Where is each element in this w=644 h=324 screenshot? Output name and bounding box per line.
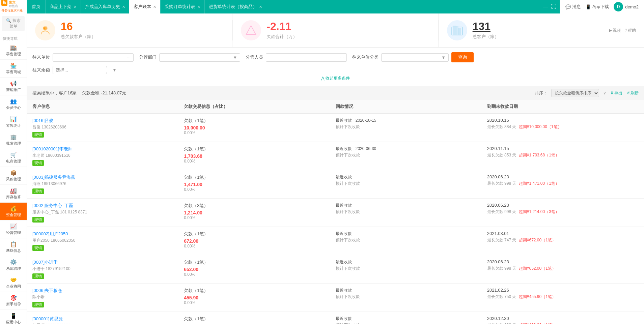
sidebar-search-area[interactable]: 🔍 搜索菜单: [0, 13, 27, 34]
customer-name-7[interactable]: [000001]黄思源: [32, 316, 184, 322]
collapse-btn[interactable]: ⋀ 收起更多条件: [32, 74, 639, 83]
stat-card-total-debt: ! -2.11 欠款合计（万）: [233, 13, 438, 47]
sidebar-item-marketing[interactable]: 📢 营销推广: [0, 78, 27, 95]
sidebar-item-basic[interactable]: 📋 基础信息: [0, 238, 27, 256]
ecommerce-icon: 🛒: [10, 152, 17, 158]
sidebar-item-ecommerce[interactable]: 🛒 电商管理: [0, 149, 27, 167]
debt-amount-2[interactable]: 1,471.00: [184, 182, 335, 187]
overdue-link-6[interactable]: 超期¥455.90（1笔）: [519, 294, 556, 299]
sidebar-search-btn[interactable]: 🔍 搜索菜单: [2, 16, 25, 31]
customer-info-1: [0001020001]李老师 李老师 18600391516 现销: [32, 146, 184, 166]
recovery-date-7: 最近收款: [336, 316, 487, 322]
sidebar-item-purchase[interactable]: 📦 采购管理: [0, 167, 27, 185]
next-payment-7: 预计下次收款: [336, 322, 487, 324]
debt-amount-6[interactable]: 455.90: [184, 295, 335, 300]
search-icon: 🔍: [6, 18, 11, 23]
debt-amount-1[interactable]: 1,703.68: [184, 153, 335, 159]
message-btn[interactable]: 💬 消息: [565, 4, 581, 10]
tab-expand-btn[interactable]: ⛶: [551, 4, 556, 10]
from-unit-input[interactable]: [56, 55, 127, 60]
overdue-link-5[interactable]: 超期¥652.00（1笔）: [519, 266, 556, 271]
sidebar-item-retail-stats[interactable]: 📊 零售统计: [0, 113, 27, 131]
customer-name-0[interactable]: [0016]吕俊: [32, 118, 184, 124]
debt-info-2: 欠款（1笔） 1,471.00 0.00%: [184, 174, 335, 192]
tab-history[interactable]: 产成品入库单历史 ✕: [81, 0, 129, 13]
next-payment-5: 预计下次收款: [336, 266, 487, 271]
unit-class-input-wrap[interactable]: ▼: [381, 53, 449, 62]
customer-info-3: [0002]服务中心_丁磊 服务中心_丁磊 181 0125 8371 现销: [32, 203, 184, 223]
overdue-link-1[interactable]: 超期¥1,703.68（1笔）: [519, 153, 559, 157]
sort-label: 排序：: [535, 90, 547, 96]
customer-name-6[interactable]: [0006]去下粮仓: [32, 288, 184, 294]
overdue-link-2[interactable]: 超期¥1,471.00（1笔）: [519, 181, 559, 186]
avatar: D: [614, 2, 623, 11]
overdue-6: 最长欠款 750 天 超期¥455.90（1笔）: [487, 294, 639, 300]
person-input[interactable]: [269, 55, 340, 60]
filter-unit-class: 往来单位分类 ▼ 查询: [352, 52, 474, 62]
sidebar-item-retail-mall[interactable]: 🏪 零售商城: [0, 60, 27, 78]
person-input-wrap[interactable]: ···: [266, 53, 347, 62]
debt-amount-5[interactable]: 652.00: [184, 267, 335, 272]
tab-minimize-btn[interactable]: —: [543, 4, 548, 10]
sidebar-item-system[interactable]: ⚙️ 系统管理: [0, 256, 27, 274]
refresh-btn[interactable]: ↺ 刷新: [626, 90, 639, 96]
sidebar-item-apps[interactable]: 📱 应用中心: [0, 310, 27, 324]
balance-input[interactable]: [56, 67, 112, 72]
sidebar-item-member[interactable]: 👥 会员中心: [0, 95, 27, 113]
dept-input-wrap[interactable]: ▼: [159, 53, 240, 62]
search-btn[interactable]: 查询: [451, 52, 474, 62]
stat-label-total-debt: 欠款合计（万）: [267, 34, 430, 40]
tab-close-customer[interactable]: ✕: [153, 5, 156, 9]
sort-select[interactable]: 按欠款金额倒序排序: [551, 89, 599, 97]
customer-name-5[interactable]: [0007]小进千: [32, 259, 184, 265]
stat-content-customers: 16 总欠款客户（家）: [61, 21, 224, 40]
balance-input-wrap[interactable]: ▼: [53, 66, 107, 74]
sidebar-item-operation[interactable]: 📈 经营管理: [0, 220, 27, 238]
sidebar-item-newbie[interactable]: 🎯 新手引导: [0, 292, 27, 310]
overdue-link-4[interactable]: 超期¥672.00（1笔）: [519, 238, 556, 242]
sidebar-item-warehouse[interactable]: 🏭 库存核算: [0, 185, 27, 203]
col-customer-info: 客户信息: [32, 104, 184, 110]
filter-dept: 分管部门 ▼: [139, 53, 240, 62]
tab-purchase-stats[interactable]: 采购订单统计表 ✕: [160, 0, 204, 13]
debt-amount-3[interactable]: 1,214.00: [184, 210, 335, 215]
filter-from-unit: 往来单位 ···: [32, 53, 134, 62]
balance-label: 往来余额: [32, 67, 50, 73]
export-btn[interactable]: ⬇ 导出: [610, 90, 622, 96]
tab-close-purchase[interactable]: ✕: [197, 5, 200, 9]
user-avatar-btn[interactable]: D demo2: [614, 2, 639, 11]
from-unit-input-wrap[interactable]: ···: [53, 53, 134, 62]
tab-home[interactable]: 首页: [27, 0, 45, 13]
table-row: [0007]小进千 小进千 18279152100 现销 欠款（1笔） 652.…: [27, 255, 644, 284]
video-action-btn[interactable]: ▶ 视频: [609, 28, 621, 33]
sidebar-item-enterprise[interactable]: 🤝 企业协同: [0, 274, 27, 292]
customer-name-2[interactable]: [0003]畅捷服务尹海燕: [32, 174, 184, 180]
tab-close-history[interactable]: ✕: [122, 5, 125, 9]
debt-amount-text: 欠款金额 -21,148.07元: [82, 90, 126, 96]
tab-goods-stats[interactable]: 进货单统计表（按商品） ✕: [204, 0, 266, 13]
tab-products[interactable]: 商品上下架 ✕: [45, 0, 81, 13]
basic-icon: 📋: [10, 241, 17, 247]
overdue-link-3[interactable]: 超期¥1,214.00（3笔）: [519, 209, 559, 214]
svg-text:¥: ¥: [43, 27, 45, 30]
debt-amount-0[interactable]: 10,000.00: [184, 125, 335, 130]
dept-input[interactable]: [162, 55, 233, 60]
unit-class-input[interactable]: [384, 55, 441, 60]
due-date-2: 2020.06.23 最长欠款 998 天 超期¥1,471.00（1笔）: [487, 174, 639, 186]
customer-name-1[interactable]: [0001020001]李老师: [32, 146, 184, 152]
tab-close-products[interactable]: ✕: [74, 5, 77, 9]
customer-contact-7: 黄思源 13552700226: [32, 323, 184, 324]
sidebar-item-capital[interactable]: 💰 资金管理: [0, 203, 27, 220]
tab-customer-account[interactable]: 客户账本 ✕: [129, 0, 160, 13]
enterprise-icon: 🤝: [10, 277, 17, 283]
overdue-link-0[interactable]: 超期¥10,000.00（1笔）: [519, 124, 562, 129]
customer-name-4[interactable]: [000002]用户2050: [32, 231, 184, 237]
help-action-btn[interactable]: ? 帮助: [625, 28, 636, 33]
sidebar-item-retail-mgmt[interactable]: 🏬 零售管理: [0, 42, 27, 60]
debt-amount-4[interactable]: 672.00: [184, 238, 335, 244]
app-download-btn[interactable]: 📱 App下载: [586, 4, 609, 10]
overdue-link-7[interactable]: 超期¥429.00（1笔）: [519, 323, 556, 324]
sidebar-item-wholesale[interactable]: 🏢 批发管理: [0, 131, 27, 149]
tab-close-goods[interactable]: ✕: [259, 5, 262, 9]
customer-name-3[interactable]: [0002]服务中心_丁磊: [32, 203, 184, 209]
